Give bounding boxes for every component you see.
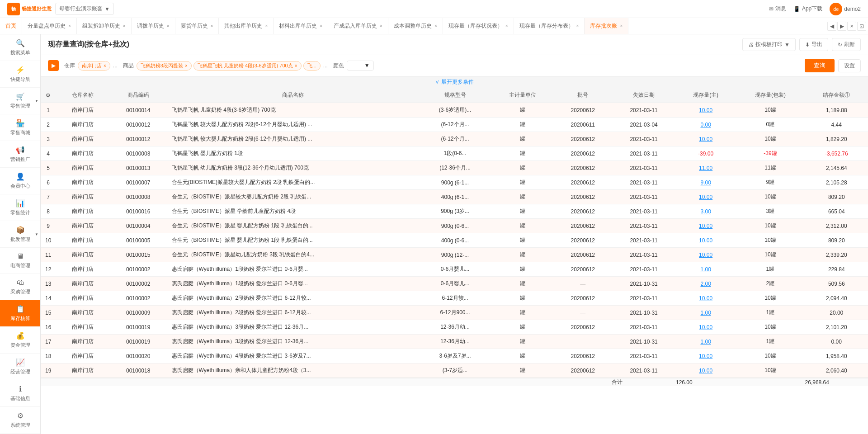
row-qty-main[interactable]: 10.00 [676, 349, 736, 363]
tab-stock-status[interactable]: 现存量（库存状况表） × [443, 18, 514, 34]
sidebar-item-search[interactable]: 🔍 搜索菜单 [0, 34, 40, 61]
expand-more-button[interactable]: ∨ 展开更多条件 [41, 76, 868, 88]
sidebar-item-basicinfo[interactable]: ℹ 基础信息 [0, 380, 40, 407]
sidebar-item-retail-stats[interactable]: 📊 零售统计 [0, 194, 40, 221]
tab-home[interactable]: 首页 [0, 18, 22, 34]
row-qty-pkg: 10罐 [736, 190, 805, 204]
member-icon: 👤 [16, 172, 25, 181]
product-tag-2-remove[interactable]: × [295, 63, 297, 68]
nav-menu-arrow[interactable]: ⊡ [857, 22, 866, 31]
nav-close-arrow[interactable]: × [847, 22, 856, 31]
nav-prev-arrow[interactable]: ◀ [827, 22, 836, 31]
warehouse-tag-remove[interactable]: × [104, 63, 106, 68]
row-expiry: 2021-03-11 [612, 132, 676, 146]
export-button[interactable]: ⬇ 导出 [799, 38, 828, 51]
row-unit: 罐 [491, 335, 554, 349]
row-unit: 罐 [491, 118, 554, 132]
row-unit: 罐 [491, 146, 554, 161]
product-tag-1-remove[interactable]: × [185, 63, 188, 68]
sidebar-item-wholesale[interactable]: 📦 批发管理 [0, 221, 40, 248]
warehouse-filter-more[interactable]: ... [113, 62, 118, 69]
tab-prodin[interactable]: 产成品入库单历史 × [328, 18, 388, 34]
sidebar-item-ecommerce[interactable]: 🖥 电商管理 [0, 248, 40, 274]
row-batch: 20200612 [554, 161, 612, 175]
tab-matout[interactable]: 材料出库单历史 × [274, 18, 328, 34]
tab-stock-batch[interactable]: 库存批次账 × [585, 18, 628, 34]
sidebar-item-operations[interactable]: 📈 经营管理 [0, 354, 40, 380]
row-qty-main[interactable]: 2.00 [676, 277, 736, 291]
close-icon[interactable]: × [505, 24, 508, 28]
tab-stock-dist[interactable]: 现存量（库存分布表） × [514, 18, 585, 34]
row-qty-main[interactable]: 3.00 [676, 204, 736, 219]
sidebar-item-retail-mall[interactable]: 🏪 零售商城 [0, 114, 40, 141]
row-qty-main[interactable]: -39.00 [676, 146, 736, 161]
row-qty-main[interactable]: 10.00 [676, 291, 736, 306]
row-qty-main[interactable]: 10.00 [676, 132, 736, 146]
nav-tabs-arrows: ◀ ▶ × ⊡ [826, 22, 868, 31]
sidebar-item-finance[interactable]: 💰 资金管理 [0, 327, 40, 354]
row-qty-main[interactable]: 10.00 [676, 248, 736, 262]
row-qty-main[interactable]: 9.00 [676, 175, 736, 190]
close-icon[interactable]: × [620, 24, 623, 28]
sidebar-item-quick-nav[interactable]: ⚡ 快捷导航 [0, 61, 40, 88]
tab-yaohuo[interactable]: 要货单历史 × [175, 18, 219, 34]
close-icon[interactable]: × [320, 24, 322, 28]
template-print-button[interactable]: 🖨 按模板打印 ▼ [742, 38, 796, 51]
sidebar-item-inventory[interactable]: 📋 库存核算 [0, 300, 40, 327]
close-icon[interactable]: × [576, 24, 579, 28]
sidebar-item-purchase[interactable]: 🛍 采购管理 [0, 274, 40, 300]
tab-fenliang[interactable]: 分量盘点单历史 × [22, 18, 77, 34]
product-filter-more[interactable]: ... [323, 62, 328, 69]
close-icon[interactable]: × [434, 24, 437, 28]
close-icon[interactable]: × [265, 24, 268, 28]
row-qty-main[interactable]: 10.00 [676, 103, 736, 118]
tab-zuhe[interactable]: 组装拆卸单历史 × [77, 18, 132, 34]
nav-next-arrow[interactable]: ▶ [837, 22, 846, 31]
row-qty-main[interactable]: 1.00 [676, 335, 736, 349]
row-qty-pkg: 10罐 [736, 320, 805, 335]
row-name: 飞鹤星飞帆 婴儿配方奶粉 1段 [167, 146, 419, 161]
row-name: 飞鹤星飞帆 较大婴儿配方奶粉 2段(6-12个月婴幼儿适用) ... [167, 118, 419, 132]
close-icon[interactable]: × [123, 24, 126, 28]
col-settings[interactable]: ⚙ [41, 88, 56, 103]
row-amount: -3,652.76 [805, 146, 868, 161]
close-icon[interactable]: × [68, 24, 71, 28]
product-tag-2[interactable]: 飞鹤星飞帆 儿童奶粉 4段(3-6岁适用) 700克 × [193, 61, 302, 71]
row-qty-main[interactable]: 1.00 [676, 262, 736, 277]
row-qty-main[interactable]: 10.00 [676, 320, 736, 335]
app-download-button[interactable]: 📱 App下载 [793, 5, 822, 13]
user-profile[interactable]: de demo2 [830, 3, 861, 15]
product-tag-1[interactable]: 飞鹤奶粉3段丙提装 × [137, 61, 192, 71]
warehouse-tag-nanan[interactable]: 南岸门店 × [78, 61, 110, 71]
query-button[interactable]: 查询 [805, 59, 835, 72]
row-qty-main[interactable]: 1.00 [676, 306, 736, 320]
message-button[interactable]: ✉ 消息 [769, 5, 786, 13]
row-qty-main[interactable]: 10.00 [676, 233, 736, 248]
row-qty-main[interactable]: 0.00 [676, 118, 736, 132]
row-qty-main[interactable]: 10.00 [676, 190, 736, 204]
sidebar-item-marketing[interactable]: 📢 营销推广 [0, 141, 40, 168]
product-tag-more[interactable]: 飞... [303, 61, 321, 71]
filter-collapse-button[interactable]: ▶ [48, 60, 59, 71]
row-no: 8 [41, 204, 56, 219]
close-icon[interactable]: × [167, 24, 170, 28]
row-qty-main[interactable]: 10.00 [676, 363, 736, 378]
row-code: 00100002 [109, 291, 167, 306]
summary-row: 合计 126.00 26,968.64 [41, 378, 868, 386]
refresh-button[interactable]: ↻ 刷新 [832, 38, 861, 51]
sidebar-item-member[interactable]: 👤 会员中心 [0, 168, 40, 194]
sidebar-item-retail-mgmt[interactable]: 🛒 零售管理 [0, 88, 40, 114]
tab-otherout[interactable]: 其他出库单历史 × [219, 18, 274, 34]
close-icon[interactable]: × [211, 24, 213, 28]
sidebar-item-system[interactable]: ⚙ 系统管理 [0, 407, 40, 434]
row-name: 惠氏启腱（Wyeth illuma）1段奶粉 爱尔兰进口 0-6月婴... [167, 277, 419, 291]
tab-diaob[interactable]: 调拨单历史 × [132, 18, 175, 34]
tab-costadj[interactable]: 成本调整单历史 × [388, 18, 443, 34]
row-qty-main[interactable]: 10.00 [676, 219, 736, 233]
row-qty-main[interactable]: 11.00 [676, 161, 736, 175]
close-icon[interactable]: × [380, 24, 382, 28]
color-filter-dropdown[interactable]: ▼ [347, 61, 374, 71]
setting-button[interactable]: 设置 [838, 59, 861, 72]
company-selector[interactable]: 母婴行业演示账套 ▼ [55, 3, 114, 15]
row-warehouse: 南岸门店 [56, 175, 109, 190]
